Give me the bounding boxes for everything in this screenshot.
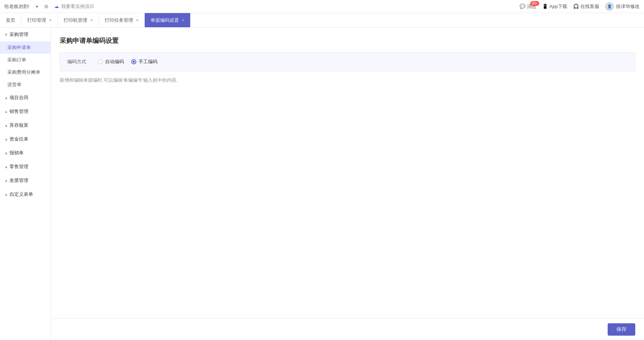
radio-auto-code[interactable]: 自动编码: [98, 58, 124, 65]
user-name: 徐泽华修改: [616, 3, 640, 10]
sidebar-group-project: ► 项目合同: [0, 91, 51, 105]
expense-report-group-arrow: ►: [4, 151, 8, 155]
tab-print-management-close[interactable]: ×: [49, 18, 52, 23]
message-icon: 💬: [520, 4, 525, 9]
coding-method-section: 编码方式 自动编码 手工编码: [60, 52, 635, 71]
sidebar-item-purchase-order[interactable]: 采购订单: [0, 54, 51, 66]
sidebar-group-title-retail[interactable]: ► 零售管理: [0, 160, 51, 174]
demo-text: 我要看实例演示: [61, 3, 94, 10]
sidebar-group-inventory: ► 库存核算: [0, 118, 51, 132]
radio-auto-circle: [98, 59, 103, 64]
inventory-group-label: 库存核算: [9, 122, 28, 129]
content-area: 采购申请单编码设置 编码方式 自动编码 手工编码: [51, 28, 644, 340]
settings-icon[interactable]: ⚙: [43, 3, 50, 10]
demo-section[interactable]: ☁ 我要看实例演示: [54, 3, 94, 10]
cloud-icon: ☁: [54, 4, 59, 9]
app-download-button[interactable]: 📱 App下载: [542, 3, 567, 10]
tab-printer-management[interactable]: 打印机管理 ×: [58, 13, 99, 27]
brand-text: 给老板勿割!: [4, 3, 29, 10]
tab-printer-management-close[interactable]: ×: [90, 18, 93, 23]
finance-group-label: 资金往来: [9, 136, 28, 142]
sidebar: ▼ 采购管理 采购申请单 采购订单 采购费用分摊单 进货单 ► 项目合同: [0, 28, 51, 340]
sales-group-arrow: ►: [4, 110, 8, 113]
sidebar-group-title-purchase[interactable]: ▼ 采购管理: [0, 28, 51, 41]
sidebar-group-expense-report: ► 报销单: [0, 146, 51, 160]
tab-print-task-management[interactable]: 打印任务管理 ×: [99, 13, 145, 27]
coding-method-label: 编码方式: [67, 58, 89, 65]
tab-print-management[interactable]: 打印管理 ×: [21, 13, 58, 27]
dropdown-icon[interactable]: ▾: [34, 3, 40, 10]
tab-print-task-management-label: 打印任务管理: [105, 17, 133, 24]
coding-method-row: 编码方式 自动编码 手工编码: [67, 58, 628, 65]
expense-report-group-label: 报销单: [9, 150, 24, 156]
custom-form-group-arrow: ►: [4, 193, 8, 196]
notification-badge: 99+: [530, 1, 539, 6]
sidebar-group-title-inventory[interactable]: ► 库存核算: [0, 118, 51, 132]
retail-group-label: 零售管理: [9, 163, 28, 170]
footer-bar: 保存: [51, 318, 644, 340]
main-layout: ▼ 采购管理 采购申请单 采购订单 采购费用分摊单 进货单 ► 项目合同: [0, 28, 644, 340]
project-group-label: 项目合同: [9, 94, 28, 101]
sidebar-group-sales: ► 销售管理: [0, 105, 51, 118]
user-button[interactable]: 👤 徐泽华修改: [605, 2, 640, 11]
tab-print-task-management-close[interactable]: ×: [136, 18, 139, 23]
invoice-group-arrow: ►: [4, 179, 8, 182]
top-bar-icons: ▾ ⚙: [34, 3, 50, 10]
tab-home[interactable]: 首页: [0, 13, 21, 27]
sidebar-group-title-project[interactable]: ► 项目合同: [0, 91, 51, 105]
tab-home-label: 首页: [6, 17, 15, 24]
hint-text: 新增和编辑单据编时,可以编辑'单编编号'输入框中的内容。: [60, 77, 635, 84]
tab-print-management-label: 打印管理: [27, 17, 46, 24]
sidebar-group-title-expense-report[interactable]: ► 报销单: [0, 146, 51, 160]
radio-manual-code[interactable]: 手工编码: [131, 58, 157, 65]
sidebar-group-title-sales[interactable]: ► 销售管理: [0, 105, 51, 118]
sidebar-group-purchase: ▼ 采购管理 采购申请单 采购订单 采购费用分摊单 进货单: [0, 28, 51, 91]
top-bar-left: 给老板勿割! ▾ ⚙ ☁ 我要看实例演示: [4, 3, 94, 10]
phone-icon: 📱: [542, 4, 548, 9]
tab-coding-settings-label: 单据编码设置: [151, 17, 179, 24]
sidebar-group-custom-form: ► 自定义表单: [0, 187, 51, 201]
sidebar-group-title-invoice[interactable]: ► 发票管理: [0, 174, 51, 187]
online-service-button[interactable]: 🎧 在线客服: [573, 3, 599, 10]
sidebar-item-goods-receipt-label: 进货单: [7, 82, 21, 87]
finance-group-arrow: ►: [4, 137, 8, 141]
tab-bar: 首页 打印管理 × 打印机管理 × 打印任务管理 × 单据编码设置 ×: [0, 13, 644, 28]
manual-code-label: 手工编码: [139, 58, 157, 65]
online-service-label: 在线客服: [580, 3, 599, 10]
save-button[interactable]: 保存: [608, 323, 635, 336]
sidebar-item-purchase-request[interactable]: 采购申请单: [0, 41, 51, 54]
tab-coding-settings[interactable]: 单据编码设置 ×: [145, 13, 191, 27]
top-bar-right: 💬 消息 99+ 📱 App下载 🎧 在线客服 👤 徐泽华修改: [520, 2, 640, 11]
sidebar-item-purchase-expense-label: 采购费用分摊单: [7, 69, 40, 75]
project-group-arrow: ►: [4, 96, 8, 100]
sidebar-item-purchase-expense[interactable]: 采购费用分摊单: [0, 66, 51, 78]
retail-group-arrow: ►: [4, 165, 8, 169]
top-bar: 给老板勿割! ▾ ⚙ ☁ 我要看实例演示 💬 消息 99+ 📱 App下载 🎧 …: [0, 0, 644, 13]
sidebar-item-purchase-request-label: 采购申请单: [7, 45, 31, 50]
sidebar-group-finance: ► 资金往来: [0, 132, 51, 146]
purchase-group-arrow: ▼: [4, 33, 8, 37]
sidebar-group-invoice: ► 发票管理: [0, 174, 51, 187]
sidebar-group-title-custom-form[interactable]: ► 自定义表单: [0, 187, 51, 201]
tab-printer-management-label: 打印机管理: [64, 17, 87, 24]
notification-button[interactable]: 💬 消息 99+: [520, 3, 536, 10]
purchase-group-label: 采购管理: [9, 31, 28, 38]
sidebar-item-goods-receipt[interactable]: 进货单: [0, 78, 51, 91]
sidebar-item-purchase-order-label: 采购订单: [7, 57, 26, 62]
page-title: 采购申请单编码设置: [60, 36, 635, 45]
custom-form-group-label: 自定义表单: [9, 191, 33, 198]
avatar: 👤: [605, 2, 614, 11]
inventory-group-arrow: ►: [4, 124, 8, 127]
tab-coding-settings-close[interactable]: ×: [182, 18, 184, 23]
invoice-group-label: 发票管理: [9, 177, 28, 184]
radio-manual-circle: [131, 59, 136, 64]
sidebar-group-title-finance[interactable]: ► 资金往来: [0, 132, 51, 146]
auto-code-label: 自动编码: [105, 58, 124, 65]
content-inner: 采购申请单编码设置 编码方式 自动编码 手工编码: [51, 28, 644, 318]
app-download-label: App下载: [549, 3, 567, 10]
radio-group-coding: 自动编码 手工编码: [98, 58, 157, 65]
headset-icon: 🎧: [573, 4, 579, 9]
sidebar-group-retail: ► 零售管理: [0, 160, 51, 174]
sales-group-label: 销售管理: [9, 108, 28, 115]
